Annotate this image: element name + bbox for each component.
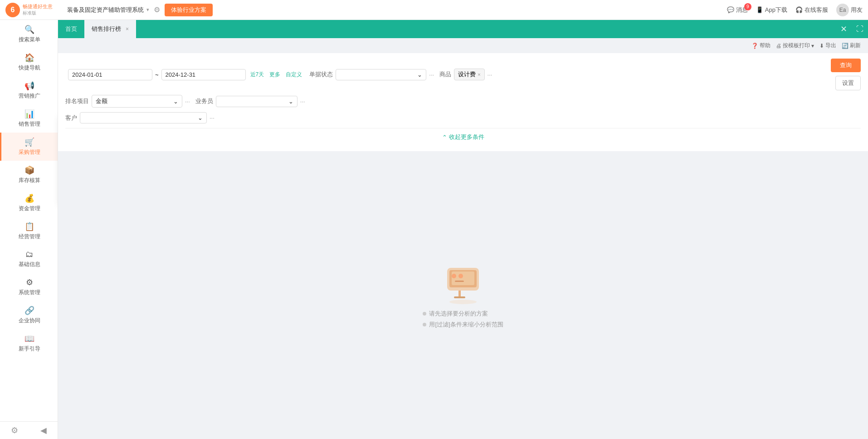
sidebar-item-sales[interactable]: 📊 销售管理 bbox=[0, 104, 58, 133]
print-btn[interactable]: 🖨 按模板打印 ▾ bbox=[776, 42, 814, 49]
app-download-btn[interactable]: 📱 App下载 bbox=[756, 6, 787, 14]
empty-illustration bbox=[436, 259, 490, 304]
help-icon: ❓ bbox=[751, 43, 758, 49]
export-icon: ⬇ bbox=[819, 43, 824, 49]
tab-sales-rank[interactable]: 销售排行榜 × bbox=[84, 20, 136, 38]
collapse-arrow-icon: ⌃ bbox=[442, 134, 447, 141]
tab-sales-rank-label: 销售排行榜 bbox=[92, 25, 121, 33]
tab-maximize-icon[interactable]: ⛶ bbox=[852, 25, 868, 33]
logo-sub: 标准版 bbox=[23, 10, 53, 16]
rank-select[interactable]: 金额 ⌄ bbox=[92, 95, 182, 108]
empty-dot-2 bbox=[423, 323, 426, 326]
sidebar-label-finance: 资金管理 bbox=[19, 205, 40, 212]
marketing-icon: 📢 bbox=[24, 81, 34, 91]
quick-date-7days[interactable]: 近7天 bbox=[249, 70, 266, 79]
notification-btn[interactable]: 💬 消息 9 bbox=[727, 6, 748, 14]
tab-close-window-icon[interactable]: ✕ bbox=[836, 24, 852, 34]
customer-filter-item: 客户 ⌄ ··· bbox=[65, 112, 215, 123]
refresh-icon: 🔄 bbox=[842, 43, 848, 49]
basic-info-icon: 🗂 bbox=[25, 250, 34, 259]
phone-icon: 📱 bbox=[756, 6, 763, 13]
sidebar-item-purchase[interactable]: 🛒 采购管理 🛒 采购业务 采购订单 历史 bbox=[0, 133, 58, 161]
industry-btn[interactable]: 体验行业方案 bbox=[165, 4, 213, 16]
goods-tag-close-icon[interactable]: × bbox=[478, 72, 480, 77]
date-start-input[interactable] bbox=[68, 69, 152, 80]
system-title: 装备及固定资产辅助管理系统 ▾ ⚙ bbox=[67, 5, 160, 14]
settings-icon-bottom[interactable]: ⚙ bbox=[11, 425, 18, 435]
query-btn[interactable]: 查询 bbox=[831, 59, 861, 72]
print-label: 按模板打印 bbox=[783, 42, 810, 49]
rank-label: 排名项目 bbox=[65, 97, 89, 105]
sidebar-item-operations[interactable]: 📋 经营管理 bbox=[0, 217, 58, 245]
app-download-label: App下载 bbox=[765, 6, 787, 14]
export-btn[interactable]: ⬇ 导出 bbox=[819, 42, 836, 49]
sidebar-item-guide[interactable]: 📖 新手引导 bbox=[0, 329, 58, 357]
sidebar-item-inventory[interactable]: 📦 库存核算 bbox=[0, 161, 58, 189]
sidebar-item-system[interactable]: ⚙ 系统管理 bbox=[0, 273, 58, 301]
avatar: Ea bbox=[836, 4, 849, 16]
refresh-btn[interactable]: 🔄 刷新 bbox=[842, 42, 861, 49]
sidebar-label-enterprise: 企业协同 bbox=[19, 317, 40, 325]
collapse-sidebar-icon[interactable]: ◀ bbox=[40, 425, 47, 435]
tab-home[interactable]: 首页 bbox=[58, 20, 84, 38]
system-icon: ⚙ bbox=[26, 277, 33, 287]
settings-btn[interactable]: 设置 bbox=[835, 76, 861, 90]
sidebar-item-search[interactable]: 🔍 搜索菜单 bbox=[0, 20, 58, 48]
sidebar-item-quick-nav[interactable]: 🏠 快捷导航 bbox=[0, 48, 58, 76]
sidebar-item-finance[interactable]: 💰 资金管理 bbox=[0, 189, 58, 217]
salesperson-ellipsis[interactable]: ··· bbox=[300, 98, 305, 105]
empty-state: 请先选择要分析的方案 用[过滤]条件来缩小分析范围 bbox=[58, 151, 868, 439]
customer-select[interactable]: ⌄ bbox=[80, 112, 207, 123]
help-btn[interactable]: ❓ 帮助 bbox=[751, 42, 770, 49]
sidebar-item-enterprise[interactable]: 🔗 企业协同 bbox=[0, 301, 58, 329]
salesperson-filter-item: 业务员 ⌄ ··· bbox=[195, 96, 305, 107]
gear-icon[interactable]: ⚙ bbox=[154, 5, 160, 14]
collapse-label: 收起更多条件 bbox=[449, 133, 484, 141]
sidebar-nav: 🔍 搜索菜单 🏠 快捷导航 📢 营销推广 📊 销售管理 🛒 采购管 bbox=[0, 20, 58, 421]
doc-status-ellipsis[interactable]: ··· bbox=[429, 71, 434, 78]
finance-icon: 💰 bbox=[24, 193, 34, 203]
headset-icon: 🎧 bbox=[795, 6, 803, 13]
quick-date-more[interactable]: 更多 bbox=[268, 70, 282, 79]
tab-close-icon[interactable]: × bbox=[126, 26, 129, 32]
svg-rect-5 bbox=[455, 281, 464, 282]
tab-expand-icons: ✕ ⛶ bbox=[836, 24, 868, 34]
user-area[interactable]: Ea 用友 bbox=[836, 4, 863, 16]
goods-filter-item: 商品 设计费 × ··· bbox=[439, 69, 492, 80]
online-service-btn[interactable]: 🎧 在线客服 bbox=[795, 6, 828, 14]
purchase-icon: 🛒 bbox=[24, 137, 34, 147]
print-dropdown-icon: ▾ bbox=[811, 43, 814, 49]
doc-status-select[interactable]: ⌄ bbox=[336, 69, 426, 80]
salesperson-select[interactable]: ⌄ bbox=[216, 96, 297, 107]
content-area: 首页 销售排行榜 × ✕ ⛶ ❓ 帮助 bbox=[58, 20, 868, 439]
goods-tag-value: 设计费 bbox=[458, 70, 476, 79]
rank-arrow: ⌄ bbox=[173, 98, 178, 105]
content-header: ❓ 帮助 🖨 按模板打印 ▾ ⬇ 导出 🔄 刷新 bbox=[58, 38, 868, 53]
sidebar-item-marketing[interactable]: 📢 营销推广 bbox=[0, 76, 58, 104]
print-icon: 🖨 bbox=[776, 43, 781, 49]
sidebar-label-marketing: 营销推广 bbox=[19, 92, 40, 100]
date-end-input[interactable] bbox=[161, 69, 246, 80]
sidebar-label-inventory: 库存核算 bbox=[19, 177, 40, 184]
sidebar-label-operations: 经营管理 bbox=[19, 233, 40, 241]
rank-ellipsis[interactable]: ··· bbox=[185, 98, 190, 105]
home-icon: 🏠 bbox=[24, 53, 34, 63]
rank-value: 金额 bbox=[96, 97, 107, 105]
svg-rect-6 bbox=[458, 291, 461, 297]
goods-ellipsis[interactable]: ··· bbox=[488, 71, 493, 78]
svg-rect-2 bbox=[452, 271, 474, 285]
quick-date-custom[interactable]: 自定义 bbox=[284, 70, 304, 79]
doc-status-filter-item: 单据状态 ⌄ ··· bbox=[309, 69, 434, 80]
sidebar-label-purchase: 采购管理 bbox=[19, 148, 40, 156]
goods-label: 商品 bbox=[439, 70, 451, 79]
customer-ellipsis[interactable]: ··· bbox=[210, 114, 215, 121]
content-wrapper: ❓ 帮助 🖨 按模板打印 ▾ ⬇ 导出 🔄 刷新 bbox=[58, 38, 868, 439]
sidebar-label-quick-nav: 快捷导航 bbox=[19, 64, 40, 72]
empty-tip-1-text: 请先选择要分析的方案 bbox=[429, 310, 488, 318]
goods-tag: 设计费 × bbox=[454, 69, 484, 80]
title-arrow-icon[interactable]: ▾ bbox=[146, 7, 149, 13]
app-container: 6 畅捷通好生意 标准版 装备及固定资产辅助管理系统 ▾ ⚙ 体验行业方案 💬 … bbox=[0, 0, 868, 439]
sidebar-item-basic-info[interactable]: 🗂 基础信息 bbox=[0, 245, 58, 273]
doc-status-label: 单据状态 bbox=[309, 70, 333, 79]
collapse-btn[interactable]: ⌃ 收起更多条件 bbox=[442, 130, 484, 144]
